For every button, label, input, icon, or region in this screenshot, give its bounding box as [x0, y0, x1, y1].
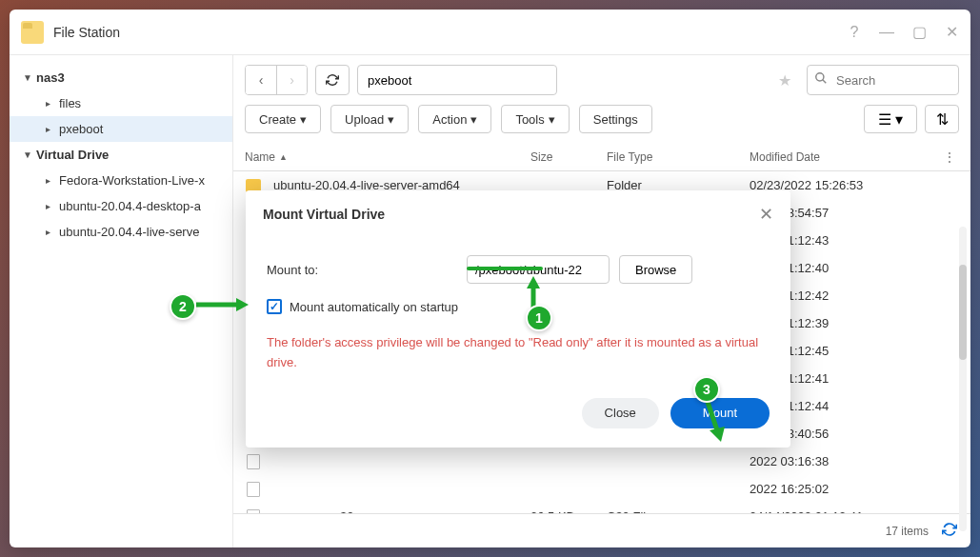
tree-label: Virtual Drive	[36, 148, 109, 162]
caret-down-icon: ▾	[549, 112, 555, 127]
maximize-icon[interactable]: ▢	[911, 25, 927, 40]
annotation-arrow-2	[196, 295, 253, 314]
tree-label: Fedora-Workstation-Live-x	[59, 173, 205, 188]
mount-to-label: Mount to:	[267, 263, 467, 277]
auto-mount-checkbox[interactable]: ✓	[267, 299, 282, 314]
auto-mount-label: Mount automatically on startup	[290, 300, 458, 314]
col-name[interactable]: Name ▲	[245, 150, 530, 164]
tree-item-fedora[interactable]: ▸Fedora-Workstation-Live-x	[10, 168, 232, 193]
tree-item-files[interactable]: ▸files	[10, 90, 232, 116]
col-date[interactable]: Modified Date	[750, 150, 940, 164]
cell-date: 2022 03:16:38	[750, 454, 940, 468]
scrollbar-thumb[interactable]	[959, 265, 967, 360]
tree-label: pxeboot	[59, 122, 103, 136]
action-toolbar: Create ▾ Upload ▾ Action ▾ Tools ▾ Setti…	[233, 101, 970, 143]
item-count: 17 items	[886, 525, 929, 538]
app-folder-icon	[21, 21, 44, 44]
cell-date: 2022 16:25:02	[750, 482, 940, 496]
tree-label: files	[59, 96, 81, 110]
dialog-close-button[interactable]: Close	[582, 398, 659, 428]
footer: 17 items	[233, 513, 970, 547]
scrollbar[interactable]	[959, 227, 967, 531]
warning-text: The folder's access privilege will be ch…	[267, 333, 770, 373]
create-button[interactable]: Create ▾	[245, 105, 321, 133]
file-station-window: File Station ? — ▢ ✕ ▼nas3 ▸files ▸pxebo…	[10, 10, 970, 547]
view-list-button[interactable]: ☰ ▾	[864, 105, 917, 133]
back-button[interactable]: ‹	[246, 66, 276, 94]
sort-button[interactable]: ⇅	[925, 105, 959, 133]
caret-down-icon: ▾	[470, 112, 477, 127]
table-row[interactable]: vesamenu.c3226.5 KBC32 File04/14/2022 01…	[233, 503, 970, 513]
svg-point-0	[816, 73, 824, 81]
search-icon	[814, 71, 828, 89]
col-size[interactable]: Size	[530, 150, 607, 164]
annotation-badge-1: 1	[526, 305, 552, 331]
annotation-badge-2: 2	[170, 293, 196, 320]
col-type[interactable]: File Type	[607, 150, 750, 164]
titlebar: File Station ? — ▢ ✕	[10, 10, 970, 55]
refresh-icon	[326, 73, 339, 87]
minimize-icon[interactable]: —	[879, 25, 894, 40]
tools-button[interactable]: Tools ▾	[501, 105, 569, 133]
annotation-arrow-3	[700, 402, 729, 445]
browse-button[interactable]: Browse	[619, 255, 692, 284]
tree-item-pxeboot[interactable]: ▸pxeboot	[10, 116, 232, 142]
forward-button[interactable]: ›	[276, 66, 307, 94]
annotation-underline	[467, 267, 543, 270]
app-title: File Station	[53, 25, 120, 40]
file-icon	[247, 482, 260, 497]
tree-root-virtual-drive[interactable]: ▼Virtual Drive	[10, 142, 232, 168]
tree-label: nas3	[36, 70, 65, 85]
refresh-button[interactable]	[315, 65, 350, 95]
col-more-icon[interactable]: ⋮	[940, 150, 959, 164]
dialog-title: Mount Virtual Drive	[263, 207, 385, 222]
caret-down-icon: ▾	[388, 112, 394, 127]
footer-refresh-icon[interactable]	[942, 522, 957, 541]
annotation-badge-3: 3	[693, 376, 720, 403]
settings-button[interactable]: Settings	[579, 105, 652, 133]
search-input[interactable]	[807, 65, 959, 95]
table-row[interactable]: 2022 16:25:02	[233, 475, 970, 503]
path-input[interactable]	[357, 65, 557, 95]
tree-root-nas3[interactable]: ▼nas3	[10, 65, 232, 90]
tree-item-ubuntu-live[interactable]: ▸ubuntu-20.04.4-live-serve	[10, 219, 232, 245]
dialog-close-icon[interactable]: ✕	[759, 204, 773, 225]
tree-label: ubuntu-20.04.4-live-serve	[59, 225, 199, 239]
star-icon[interactable]: ★	[778, 71, 791, 90]
nav-group: ‹ ›	[245, 65, 308, 95]
close-icon[interactable]: ✕	[944, 25, 959, 40]
table-row[interactable]: 2022 03:16:38	[233, 448, 970, 475]
tree-item-ubuntu-desktop[interactable]: ▸ubuntu-20.04.4-desktop-a	[10, 193, 232, 219]
action-button[interactable]: Action ▾	[418, 105, 491, 133]
tree-label: ubuntu-20.04.4-desktop-a	[59, 199, 201, 213]
upload-button[interactable]: Upload ▾	[330, 105, 409, 133]
help-icon[interactable]: ?	[847, 25, 862, 40]
sort-asc-icon: ▲	[279, 152, 288, 162]
table-header: Name ▲ Size File Type Modified Date ⋮	[233, 143, 970, 171]
nav-toolbar: ‹ › ★	[233, 55, 970, 101]
caret-down-icon: ▾	[300, 112, 307, 127]
file-icon	[247, 454, 260, 469]
